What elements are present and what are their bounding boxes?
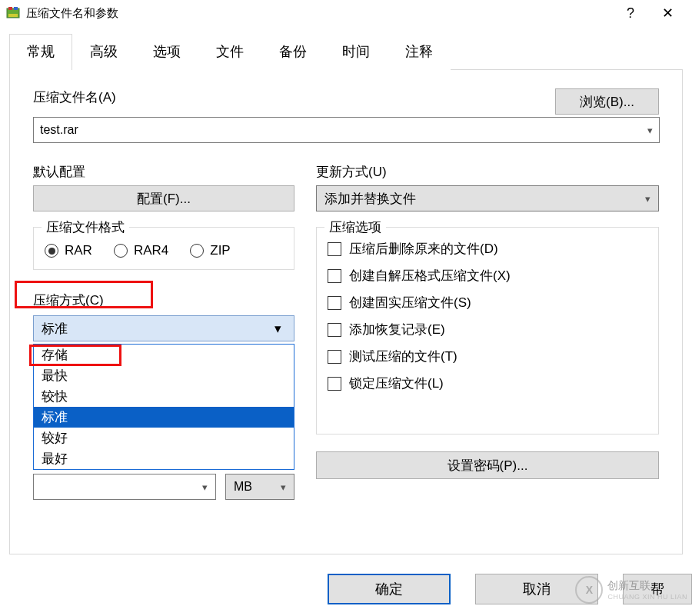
chk-recovery[interactable]: 添加恢复记录(E) bbox=[328, 321, 647, 338]
default-config-label: 默认配置 bbox=[33, 163, 294, 181]
chevron-down-icon: ▾ bbox=[202, 481, 208, 493]
split-row: ▾ MB ▾ bbox=[33, 474, 294, 500]
chevron-down-icon: ▾ bbox=[645, 193, 650, 205]
watermark-logo-icon: X bbox=[575, 576, 603, 604]
set-password-button[interactable]: 设置密码(P)... bbox=[316, 451, 659, 479]
tab-time[interactable]: 时间 bbox=[324, 34, 388, 70]
checkbox-icon bbox=[328, 377, 341, 391]
compress-method-value: 标准 bbox=[42, 320, 68, 338]
chk-lock[interactable]: 锁定压缩文件(L) bbox=[328, 375, 647, 392]
checkbox-icon bbox=[328, 269, 341, 283]
option-fastest[interactable]: 最快 bbox=[34, 365, 294, 386]
chevron-down-icon: ▾ bbox=[269, 320, 286, 337]
split-unit-value: MB bbox=[234, 480, 252, 494]
update-mode-combo[interactable]: 添加并替换文件 ▾ bbox=[316, 185, 659, 211]
general-panel: 压缩文件名(A) 浏览(B)... test.rar ▾ 默认配置 配置(F).… bbox=[9, 70, 683, 554]
chevron-down-icon: ▾ bbox=[647, 125, 653, 136]
config-button[interactable]: 配置(F)... bbox=[33, 185, 294, 211]
filename-input[interactable]: test.rar ▾ bbox=[33, 117, 660, 143]
svg-rect-3 bbox=[8, 14, 18, 17]
checkbox-icon bbox=[328, 242, 341, 256]
filename-label: 压缩文件名(A) bbox=[33, 88, 541, 106]
option-best[interactable]: 最好 bbox=[34, 448, 294, 469]
update-mode-label: 更新方式(U) bbox=[316, 163, 659, 181]
browse-button[interactable]: 浏览(B)... bbox=[555, 88, 659, 115]
svg-rect-1 bbox=[8, 7, 12, 10]
svg-rect-2 bbox=[14, 7, 18, 10]
update-mode-value: 添加并替换文件 bbox=[324, 190, 416, 208]
compress-method-combo[interactable]: 标准 ▾ bbox=[33, 315, 294, 341]
compress-method-block: 压缩方式(C) 标准 ▾ 存储 最快 较快 标准 较好 最好 bbox=[33, 291, 294, 341]
app-icon bbox=[6, 6, 20, 20]
split-size-input[interactable]: ▾ bbox=[33, 474, 216, 500]
titlebar: 压缩文件名和参数 ? ✕ bbox=[0, 0, 692, 26]
help-icon[interactable]: ? bbox=[612, 0, 649, 26]
compress-method-dropdown: 存储 最快 较快 标准 较好 最好 bbox=[33, 344, 294, 470]
window-title: 压缩文件名和参数 bbox=[26, 6, 612, 21]
radio-circle-icon bbox=[114, 244, 128, 258]
compress-options-legend: 压缩选项 bbox=[324, 218, 386, 236]
watermark-subtext: CHUANG XIN HU LIAN bbox=[607, 593, 687, 601]
tab-general[interactable]: 常规 bbox=[9, 34, 72, 70]
annotation-box-label bbox=[15, 281, 153, 308]
chk-sfx[interactable]: 创建自解压格式压缩文件(X) bbox=[328, 267, 647, 285]
tab-files[interactable]: 文件 bbox=[198, 34, 261, 70]
radio-dot-icon bbox=[45, 244, 58, 258]
ok-button[interactable]: 确定 bbox=[328, 574, 451, 604]
tab-strip: 常规 高级 选项 文件 备份 时间 注释 bbox=[0, 34, 692, 70]
close-icon[interactable]: ✕ bbox=[649, 0, 686, 26]
format-legend: 压缩文件格式 bbox=[42, 218, 129, 236]
tab-advanced[interactable]: 高级 bbox=[72, 34, 135, 70]
watermark-text: 创新互联 bbox=[607, 579, 687, 593]
tab-backup[interactable]: 备份 bbox=[261, 34, 324, 70]
chk-solid[interactable]: 创建固实压缩文件(S) bbox=[328, 294, 647, 311]
filename-value: test.rar bbox=[40, 123, 78, 137]
chevron-down-icon: ▾ bbox=[281, 481, 286, 493]
split-unit-combo[interactable]: MB ▾ bbox=[225, 474, 294, 500]
chk-test[interactable]: 测试压缩的文件(T) bbox=[328, 348, 647, 365]
checkbox-icon bbox=[328, 296, 341, 310]
annotation-box-option bbox=[29, 345, 121, 366]
tab-options[interactable]: 选项 bbox=[135, 34, 198, 70]
radio-zip[interactable]: ZIP bbox=[190, 243, 230, 258]
chk-delete-after[interactable]: 压缩后删除原来的文件(D) bbox=[328, 240, 647, 258]
compress-options-group: 压缩选项 压缩后删除原来的文件(D) 创建自解压格式压缩文件(X) 创建固实压缩… bbox=[316, 227, 659, 435]
radio-circle-icon bbox=[190, 244, 204, 258]
radio-rar4[interactable]: RAR4 bbox=[114, 243, 168, 258]
option-fast[interactable]: 较快 bbox=[34, 386, 294, 407]
format-group: 压缩文件格式 RAR RAR4 ZIP bbox=[33, 227, 294, 270]
option-good[interactable]: 较好 bbox=[34, 428, 294, 448]
option-normal[interactable]: 标准 bbox=[34, 407, 294, 428]
watermark: X 创新互联 CHUANG XIN HU LIAN bbox=[575, 576, 687, 604]
radio-rar[interactable]: RAR bbox=[45, 243, 92, 258]
checkbox-icon bbox=[328, 323, 341, 337]
tab-comment[interactable]: 注释 bbox=[388, 34, 451, 70]
checkbox-icon bbox=[328, 350, 341, 364]
